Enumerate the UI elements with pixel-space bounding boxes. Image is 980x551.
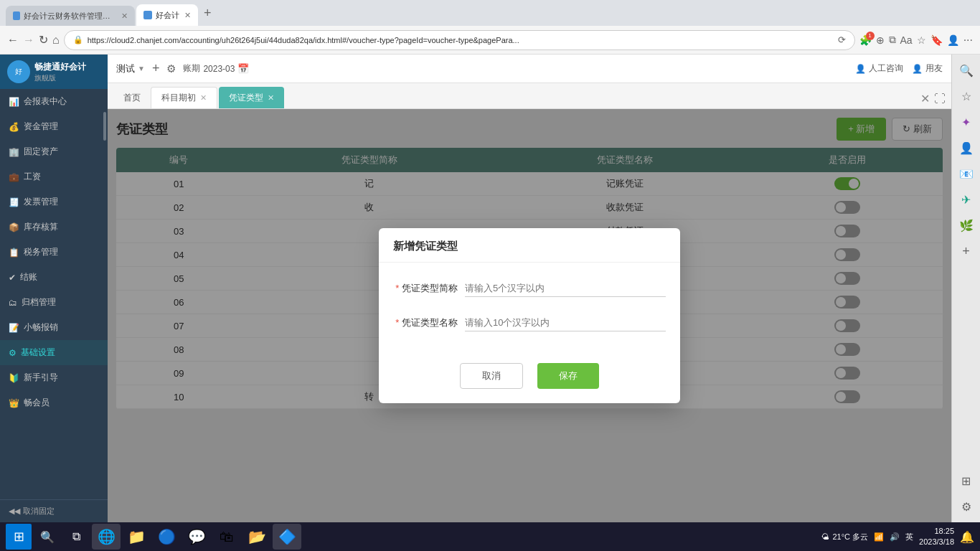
tab-voucher-close[interactable]: ✕ [268,93,274,103]
modal-footer: 取消 保存 [379,354,680,403]
modal-overlay: 新增凭证类型 * 凭证类型简称 * 凭证类型名称 取消 保存 [108,109,951,522]
consult-label: 人工咨询 [869,62,903,75]
taskbar-app-folder[interactable]: 📂 [242,524,271,550]
taskbar-app-chrome[interactable]: 🔵 [152,524,181,550]
favorites-button[interactable]: ☆ [917,34,926,46]
weather-temp: 21°C 多云 [832,532,868,542]
short-name-label: * 凭证类型简称 [393,282,465,295]
lang-indicator[interactable]: 英 [905,532,913,542]
home-button[interactable]: ⌂ [52,34,60,47]
workspace-selector[interactable]: 测试 ▼ [116,62,145,75]
workspace-settings-button[interactable]: ⚙ [166,62,176,75]
taskbar-app-edge2[interactable]: 🔷 [273,524,301,550]
sidebar-item-inventory[interactable]: 📦库存核算 [0,215,108,240]
weather-info: 🌤 21°C 多云 [821,532,868,542]
tab1-favicon [13,11,20,20]
sidebar-item-checkout[interactable]: ✔结账 [0,265,108,290]
sidebar-item-salary[interactable]: 💼工资 [0,164,108,189]
tab-subject-close[interactable]: ✕ [200,93,207,103]
page-tab-bar: 首页 科目期初 ✕ 凭证类型 ✕ ✕ ⛶ [108,83,951,109]
sidebar-logo: 好 畅捷通好会计 旗舰版 [0,55,108,89]
cancel-button[interactable]: 取消 [460,363,523,389]
pin-icon: ◀◀ [9,507,20,516]
taskbar-app-store[interactable]: 🛍 [212,524,241,550]
profile-button[interactable]: 👤 [947,34,959,46]
right-person-button[interactable]: 👤 [956,138,976,158]
sidebar-item-guide[interactable]: 🔰新手引导 [0,365,108,390]
logo-badge: 旗舰版 [34,73,86,83]
logo-text: 畅捷通好会计 [34,61,86,73]
consult-button[interactable]: 👤 人工咨询 [855,62,903,75]
url-bar[interactable]: 🔒 https://cloud2.chanjet.com/accounting/… [64,30,855,50]
top-right-actions: 👤 人工咨询 👤 用友 [855,62,943,75]
forward-button[interactable]: → [23,34,34,47]
taskbar-app-files[interactable]: 📁 [122,524,151,550]
sidebar-item-tax[interactable]: 📋税务管理 [0,240,108,265]
tab-controls: ✕ ⛶ [920,92,951,108]
refresh-button[interactable]: ↻ [39,33,48,47]
unpin-label: 取消固定 [23,506,55,517]
user-button[interactable]: 👤 用友 [912,62,943,75]
right-settings-button[interactable]: ⚙ [956,496,976,517]
tab-voucher-type[interactable]: 凭证类型 ✕ [219,87,284,108]
tab1-close[interactable]: ✕ [121,11,128,21]
sidebar-footer[interactable]: ◀◀ 取消固定 [0,499,108,522]
sidebar-item-invoices[interactable]: 🧾发票管理 [0,189,108,215]
consult-icon: 👤 [855,64,866,74]
new-tab-button[interactable]: + [199,6,216,21]
workspace-dropdown-icon: ▼ [138,65,145,72]
right-star-button[interactable]: ☆ [956,86,976,106]
tab-subject-period[interactable]: 科目期初 ✕ [151,87,217,108]
taskbar-sys: 🌤 21°C 多云 📶 🔊 英 18:25 2023/3/18 🔔 [821,526,974,548]
sidebar-item-expense[interactable]: 📝小畅报销 [0,315,108,340]
add-workspace-button[interactable]: + [152,61,160,76]
form-row-short: * 凭证类型简称 [393,280,666,297]
sidebar-item-settings[interactable]: ⚙基础设置 [0,340,108,365]
start-button[interactable]: ⊞ [6,524,32,550]
splitscreen-button[interactable]: ⧉ [889,34,896,46]
sidebar-item-funds[interactable]: 💰资金管理 [0,114,108,139]
right-pin-button[interactable]: ✦ [956,112,976,132]
tab-minimize-button[interactable]: ✕ [920,92,930,105]
notification-button[interactable]: 🔔 [960,530,974,544]
short-name-input[interactable] [465,280,666,297]
extensions-button[interactable]: 🧩1 [859,34,872,46]
sidebar-item-reports[interactable]: 📊会报表中心 [0,89,108,114]
sidebar-item-archive[interactable]: 🗂归档管理 [0,290,108,315]
browser-tab-inactive[interactable]: 好会计云财务软件管理系统_会计 ✕ [6,6,135,26]
sidebar-item-fixed-assets[interactable]: 🏢固定资产 [0,139,108,164]
sidebar-items: 📊会报表中心 💰资金管理 🏢固定资产 💼工资 🧾发票管理 📦库存核算 📋税务管理 [0,89,108,499]
member-icon: 👑 [9,398,19,408]
reader-button[interactable]: Aa [900,34,913,46]
browser-tab-active[interactable]: 好会计 ✕ [136,4,198,26]
calendar-icon[interactable]: 📅 [237,63,249,74]
right-search-button[interactable]: 🔍 [956,60,976,80]
fixed-assets-icon: 🏢 [9,147,19,157]
date-display: 2023/3/18 [919,537,954,547]
taskview-button[interactable]: ⧉ [63,524,89,550]
taskbar-app-wechat[interactable]: 💬 [182,524,211,550]
right-grid-button[interactable]: ⊞ [956,471,976,491]
refresh-url-icon[interactable]: ⟳ [838,34,846,45]
full-name-input[interactable] [465,314,666,331]
sidebar-item-member[interactable]: 👑畅会员 [0,390,108,415]
search-taskbar-button[interactable]: 🔍 [34,524,60,550]
tab-home[interactable]: 首页 [113,87,151,108]
save-button[interactable]: 保存 [537,363,599,389]
right-plus-button[interactable]: + [956,241,976,261]
favorites2-button[interactable]: 🔖 [930,34,943,46]
funds-icon: 💰 [9,122,19,132]
network-icon: 📶 [874,532,884,542]
back-button[interactable]: ← [7,34,19,47]
right-send-button[interactable]: ✈ [956,189,976,209]
tab-expand-button[interactable]: ⛶ [934,93,946,105]
tab2-close[interactable]: ✕ [184,11,191,20]
taskbar: ⊞ 🔍 ⧉ 🌐 📁 🔵 💬 🛍 📂 🔷 🌤 21°C 多云 📶 🔊 [0,522,980,551]
taskbar-time: 18:25 2023/3/18 [919,526,954,548]
form-row-full: * 凭证类型名称 [393,314,666,331]
more-button[interactable]: ··· [963,34,973,47]
taskbar-app-edge[interactable]: 🌐 [92,524,121,550]
right-leaf-button[interactable]: 🌿 [956,215,976,235]
right-outlook-button[interactable]: 📧 [956,164,976,184]
collections-button[interactable]: ⊕ [876,34,885,46]
